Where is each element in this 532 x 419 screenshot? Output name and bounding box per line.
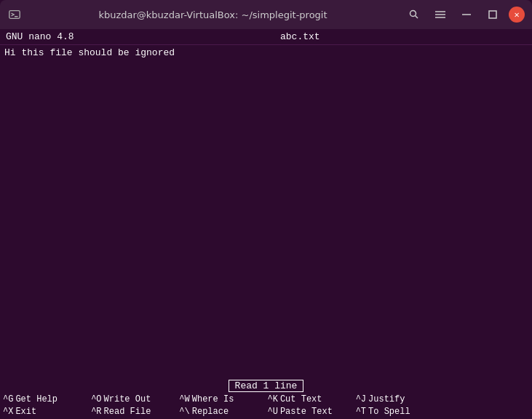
svg-point-2 <box>410 11 416 17</box>
nano-header: GNU nano 4.8 abc.txt <box>0 29 532 45</box>
svg-line-3 <box>416 16 418 19</box>
terminal-icon <box>7 7 22 22</box>
nano-editor-container: GNU nano 4.8 abc.txt Hi this file should… <box>0 29 532 419</box>
shortcut-label-cut-text: Cut Text <box>280 394 322 406</box>
shortcut-key-replace: ^\ <box>179 407 189 418</box>
shortcut-key-write-out: ^O <box>91 394 101 406</box>
shortcut-label-replace: Replace <box>192 407 229 418</box>
shortcut-paste-text[interactable]: ^U Paste Text <box>266 406 354 419</box>
shortcut-to-spell[interactable]: ^T To Spell <box>354 406 442 419</box>
close-button[interactable]: ✕ <box>509 7 525 23</box>
shortcut-replace[interactable]: ^\ Replace <box>178 406 266 419</box>
shortcut-cut-text[interactable]: ^K Cut Text <box>266 394 354 407</box>
shortcut-key-where-is: ^W <box>179 394 189 406</box>
nano-version: GNU nano 4.8 <box>6 31 74 42</box>
shortcut-label-justify: Justify <box>368 394 405 406</box>
status-message: Read 1 line <box>229 380 304 392</box>
shortcut-key-paste-text: ^U <box>267 407 277 418</box>
nano-editor-area[interactable]: Hi this file should be ignored <box>0 45 532 378</box>
shortcut-empty-1 <box>442 394 531 407</box>
svg-rect-8 <box>489 11 496 18</box>
editor-line-1: Hi this file should be ignored <box>4 47 528 60</box>
shortcut-key-exit: ^X <box>3 407 13 418</box>
shortcut-key-cut-text: ^K <box>267 394 277 406</box>
terminal-window: kbuzdar@kbuzdar-VirtualBox: ~/simplegit-… <box>0 0 532 419</box>
nano-filename: abc.txt <box>280 31 320 42</box>
minimize-button[interactable] <box>456 4 477 25</box>
shortcut-empty-2 <box>442 406 531 419</box>
search-button[interactable] <box>404 4 424 25</box>
shortcut-label-exit: Exit <box>15 407 36 418</box>
shortcut-label-to-spell: To Spell <box>368 407 410 418</box>
shortcut-label-paste-text: Paste Text <box>280 407 333 418</box>
shortcut-label-write-out: Write Out <box>104 394 151 406</box>
shortcut-label-where-is: Where Is <box>192 394 234 406</box>
shortcut-read-file[interactable]: ^R Read File <box>90 406 178 419</box>
shortcut-get-help[interactable]: ^G Get Help <box>1 394 90 407</box>
shortcut-key-justify: ^J <box>356 394 366 406</box>
maximize-button[interactable] <box>483 4 503 25</box>
status-bar: Read 1 line <box>0 378 532 394</box>
shortcut-exit[interactable]: ^X Exit <box>1 406 90 419</box>
title-bar-left <box>7 7 22 22</box>
shortcut-bar: ^G Get Help ^O Write Out ^W Where Is ^K … <box>0 394 532 419</box>
window-title: kbuzdar@kbuzdar-VirtualBox: ~/simplegit-… <box>22 9 404 20</box>
shortcut-justify[interactable]: ^J Justify <box>354 394 442 407</box>
shortcut-key-read-file: ^R <box>91 407 101 418</box>
shortcut-key-to-spell: ^T <box>356 407 366 418</box>
shortcut-key-get-help: ^G <box>3 394 13 406</box>
shortcut-label-get-help: Get Help <box>15 394 57 406</box>
shortcut-write-out[interactable]: ^O Write Out <box>90 394 178 407</box>
shortcut-label-read-file: Read File <box>104 407 151 418</box>
shortcut-where-is[interactable]: ^W Where Is <box>178 394 266 407</box>
menu-button[interactable] <box>430 4 450 25</box>
title-bar-controls: ✕ <box>404 4 525 25</box>
title-bar: kbuzdar@kbuzdar-VirtualBox: ~/simplegit-… <box>0 0 532 29</box>
